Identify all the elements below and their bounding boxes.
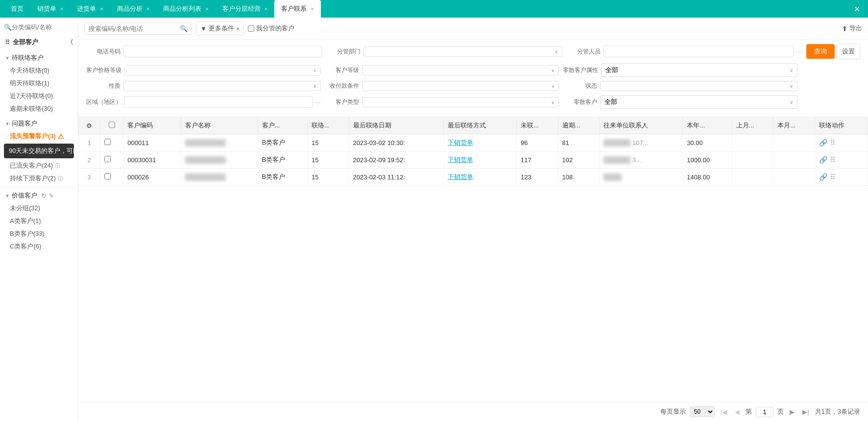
filter-dept-select[interactable]: ∨ [363, 47, 562, 57]
col-uncontact[interactable]: 未联... [517, 117, 558, 134]
table-row: 3 000026 █████████ B类客户 15 2023-02-03 11… [78, 169, 868, 186]
search-bar: 🔍 ▼ 更多条件 ∧ 我分管的客户 ⬆ 导出 [78, 18, 868, 40]
row-check-3[interactable] [100, 169, 123, 186]
page-number-input[interactable] [756, 407, 773, 417]
close-all-button[interactable]: ✕ [850, 4, 864, 14]
col-last-date[interactable]: 最后联络日期 [349, 117, 443, 134]
prev-page-button[interactable]: ◀ [733, 407, 742, 417]
col-contact-person[interactable]: 往来单位联系人 [600, 117, 683, 134]
row-contact-2: 15 [308, 151, 349, 169]
last-method-link-2[interactable]: 下销货单 [448, 156, 473, 163]
edit-icon[interactable]: ✎ [48, 192, 54, 199]
search-input-wrap[interactable]: 🔍 [84, 23, 192, 35]
refresh-icon[interactable]: ↻ [41, 192, 47, 199]
section-pending-contact-title[interactable]: ▼ 待联络客户 [0, 51, 78, 64]
per-page-select[interactable]: 50 100 200 [690, 406, 715, 417]
col-name[interactable]: 客户名称 [181, 117, 258, 134]
col-overdue[interactable]: 逾期... [558, 117, 600, 134]
close-product-analysis-list-icon[interactable]: × [205, 0, 208, 18]
col-this-year[interactable]: 本年... [683, 117, 732, 134]
retail-customer-arrow-icon: ∨ [790, 99, 793, 105]
filter-price-level-select[interactable]: ∨ [124, 65, 321, 75]
col-last-method[interactable]: 最后联络方式 [443, 117, 516, 134]
col-checkbox[interactable] [100, 117, 123, 134]
my-customer-checkbox[interactable]: 我分管的客户 [248, 24, 294, 33]
col-type[interactable]: 客户... [258, 117, 307, 134]
action-link-icon-2[interactable]: 🔗 [819, 156, 827, 164]
select-all-checkbox[interactable] [109, 122, 115, 128]
action-menu-icon-2[interactable]: ⠿ [830, 156, 835, 164]
row-this-year-2: 1000.00 [683, 151, 732, 169]
col-this-month[interactable]: 本月... [773, 117, 815, 134]
sidebar-item-ungrouped[interactable]: 未分组(32) [0, 202, 78, 215]
filter-status-select[interactable]: ∨ [600, 81, 797, 91]
action-link-icon[interactable]: 🔗 [819, 139, 827, 147]
filter-more-button[interactable]: ▼ 更多条件 ∧ [196, 22, 244, 35]
nav-home[interactable]: 首页 [4, 0, 30, 18]
section-problem-customers-title[interactable]: ▼ 问题客户 [0, 117, 78, 130]
sidebar-item-b-class[interactable]: B类客户(33) [0, 227, 78, 240]
search-input[interactable] [89, 25, 177, 32]
query-button[interactable]: 查询 [806, 44, 835, 59]
next-page-button[interactable]: ▶ [788, 407, 796, 417]
sidebar-item-today-contact[interactable]: 今天待联络(0) [0, 64, 78, 77]
sidebar-item-overdue-contact[interactable]: 逾期未联络(30) [0, 102, 78, 115]
last-method-link-1[interactable]: 下销货单 [448, 139, 473, 146]
close-sales-order-icon[interactable]: × [60, 0, 63, 18]
col-code[interactable]: 客户编码 [123, 117, 181, 134]
sidebar-item-7day-contact[interactable]: 近7天待联络(0) [0, 90, 78, 102]
action-link-icon-3[interactable]: 🔗 [819, 173, 827, 181]
col-last-month[interactable]: 上月... [732, 117, 773, 134]
row-check-2[interactable] [100, 151, 123, 169]
nav-sales-order[interactable]: 销货单 × [30, 0, 70, 18]
export-button[interactable]: ⬆ 导出 [842, 24, 862, 33]
nav-product-analysis[interactable]: 商品分析 × [110, 0, 156, 18]
filter-person-input[interactable] [603, 46, 794, 57]
settings-button[interactable]: 设置 [837, 44, 860, 59]
sidebar-item-c-class[interactable]: C类客户(6) [0, 240, 78, 253]
filter-customer-type-select[interactable]: ∨ [362, 97, 559, 107]
action-menu-icon-3[interactable]: ⠿ [830, 173, 835, 181]
col-contact[interactable]: 联络... [308, 117, 349, 134]
search-button[interactable]: 🔍 [180, 25, 188, 32]
section-value-customers-title[interactable]: ▼ 价值客户 ↻ ✎ [0, 189, 78, 202]
sidebar-item-a-class[interactable]: A类客户(1) [0, 215, 78, 227]
sidebar-item-tomorrow-contact[interactable]: 明天待联络(1) [0, 77, 78, 90]
filter-customer-type: 客户类型 ∨ [325, 97, 559, 107]
person-more-button[interactable]: ··· [797, 48, 802, 55]
last-method-link-3[interactable]: 下销货单 [448, 173, 473, 180]
last-page-button[interactable]: ▶| [800, 407, 811, 417]
col-settings[interactable]: ⚙ [78, 117, 100, 134]
close-purchase-order-icon[interactable]: × [100, 0, 103, 18]
sidebar-item-churned[interactable]: 已流失客户(24) ⓘ [0, 159, 78, 172]
row-overdue-1: 81 [558, 134, 600, 151]
sidebar-collapse-button[interactable]: 《 [67, 38, 73, 47]
action-menu-icon[interactable]: ⠿ [830, 139, 835, 147]
nav-customer-contact[interactable]: 客户联系 × [274, 0, 320, 18]
filter-retail-attr: 零散客户属性 全部 ∨ [563, 63, 797, 77]
close-customer-contact-icon[interactable]: × [311, 0, 313, 18]
sidebar-item-declining[interactable]: 持续下滑客户(2) ⓘ [0, 172, 78, 185]
filter-phone-input[interactable] [123, 46, 322, 57]
row-type-1: B类客户 [258, 134, 307, 151]
col-action[interactable]: 联络动作 [815, 117, 868, 134]
close-product-analysis-icon[interactable]: × [146, 0, 149, 18]
filter-region-input[interactable] [124, 96, 313, 108]
filter-retail-customer-select[interactable]: 全部 ∨ [600, 95, 797, 109]
filter-status: 状态 ∨ [563, 81, 797, 91]
filter-customer-level-select[interactable]: ∨ [362, 65, 559, 75]
nav-purchase-order[interactable]: 进货单 × [70, 0, 110, 18]
nav-customer-tier[interactable]: 客户分层经营 × [216, 0, 274, 18]
filter-nature-select[interactable]: ∨ [123, 81, 321, 91]
sidebar-item-churn-warning[interactable]: 流失预警客户(3) ⚠ [0, 130, 78, 143]
sidebar-all-customers[interactable]: ⠿ 全部客户 《 [0, 35, 78, 50]
close-customer-tier-icon[interactable]: × [265, 0, 267, 18]
my-customer-check[interactable] [248, 25, 254, 32]
nav-product-analysis-list[interactable]: 商品分析列表 × [156, 0, 215, 18]
first-page-button[interactable]: |◀ [719, 407, 729, 417]
filter-retail-attr-select[interactable]: 全部 ∨ [601, 63, 797, 77]
region-more-button[interactable]: ··· [315, 99, 321, 106]
row-check-1[interactable] [100, 134, 123, 151]
filter-payment-select[interactable]: ∨ [362, 81, 559, 91]
sidebar-search-input[interactable] [12, 24, 74, 31]
